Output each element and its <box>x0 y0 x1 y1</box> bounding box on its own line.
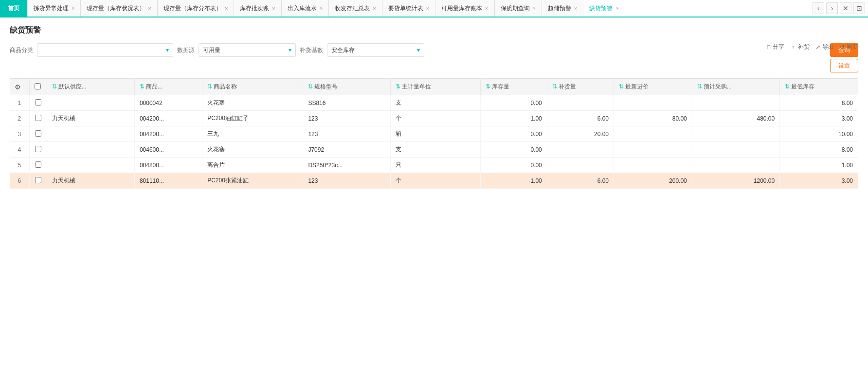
refresh-button[interactable]: ↺ 刷新 <box>840 43 858 51</box>
row-checkbox[interactable] <box>35 161 41 168</box>
category-label: 商品分类 <box>10 46 33 54</box>
row-index: 3 <box>10 126 29 142</box>
refresh-label: 刷新 <box>847 43 858 51</box>
tab-close-icon[interactable]: × <box>225 5 228 11</box>
row-latest-price <box>614 158 692 173</box>
col-min-stock-header[interactable]: ⇅最低库存 <box>780 79 858 95</box>
row-checkbox[interactable] <box>35 99 41 106</box>
tab-close-icon[interactable]: × <box>272 5 275 11</box>
tab-batch-account[interactable]: 库存批次账× <box>234 0 281 17</box>
tab-label: 保质期查询 <box>501 4 530 13</box>
col-goods-code-header[interactable]: ⇅商品... <box>134 79 202 95</box>
tab-available-ledger[interactable]: 可用量库存账本× <box>435 0 494 17</box>
tab-expiry-query[interactable]: 保质期查询× <box>495 0 542 17</box>
tab-close-icon[interactable]: × <box>320 5 323 11</box>
tab-close-icon[interactable]: × <box>426 5 429 11</box>
export-icon: ↗ <box>815 44 820 51</box>
tab-demand-stat[interactable]: 要货单统计表× <box>382 0 435 17</box>
row-checkbox[interactable] <box>35 115 41 121</box>
tab-stock-anomaly[interactable]: 拣货异常处理× <box>28 0 81 17</box>
datasource-select[interactable]: 可用量 ▾ <box>199 43 296 57</box>
settings-button[interactable]: 设置 <box>830 59 858 72</box>
tab-close-icon[interactable]: × <box>485 5 488 11</box>
page-content: 缺货预警 ⊓ 分享 ＋ 补货 ↗ 导出 ↺ 刷新 商品分类 ▾ <box>0 18 868 387</box>
toolbar-right: ⊓ 分享 ＋ 补货 ↗ 导出 ↺ 刷新 <box>766 43 858 51</box>
row-checkbox[interactable] <box>35 177 41 183</box>
category-select[interactable]: ▾ <box>37 43 173 57</box>
tab-close-icon[interactable]: × <box>373 5 376 11</box>
col-stock-header[interactable]: ⇅库存量 <box>480 79 547 95</box>
row-checkbox[interactable] <box>35 146 41 152</box>
tab-close-icon[interactable]: × <box>574 5 577 11</box>
row-est-purchase <box>692 126 779 142</box>
table-header-row: ⚙ ⇅默认供应... ⇅商品... ⇅商品名称 ⇅规格型号 ⇅ <box>10 79 858 95</box>
select-all-checkbox[interactable] <box>35 83 41 89</box>
tab-close-icon[interactable]: × <box>72 5 74 11</box>
tab-close-icon[interactable]: × <box>533 5 536 11</box>
row-checkbox-cell[interactable] <box>29 142 47 158</box>
col-replenish-header[interactable]: ⇅补货量 <box>547 79 614 95</box>
row-checkbox-cell[interactable] <box>29 95 47 111</box>
row-min-stock: 3.00 <box>780 111 858 126</box>
row-supplier <box>47 142 134 158</box>
row-unit: 箱 <box>391 126 480 142</box>
replenish-label: 补货基数 <box>300 46 323 54</box>
tab-overstock[interactable]: 超储预警× <box>542 0 583 17</box>
row-supplier: 力天机械 <box>47 173 134 189</box>
tab-next-button[interactable]: › <box>826 2 838 14</box>
share-icon: ⊓ <box>766 44 771 51</box>
tab-label: 要货单统计表 <box>388 4 423 13</box>
col-est-purchase-header[interactable]: ⇅预计采购... <box>692 79 779 95</box>
row-replenish-qty: 20.00 <box>547 126 614 142</box>
maximize-icon: ⊡ <box>856 4 862 12</box>
tab-prev-button[interactable]: ‹ <box>813 2 824 14</box>
replenish-select[interactable]: 安全库存 ▾ <box>327 43 424 57</box>
filter-row: 商品分类 ▾ 数据源 可用量 ▾ 补货基数 安全库存 ▾ <box>10 43 858 72</box>
tab-label: 超储预警 <box>548 4 571 13</box>
col-price-header[interactable]: ⇅最新进价 <box>614 79 692 95</box>
row-goods-name: PC200油缸缸子 <box>202 111 303 126</box>
row-checkbox-cell[interactable] <box>29 158 47 173</box>
row-goods-name: 火花塞 <box>202 142 303 158</box>
tab-home[interactable]: 首页 <box>0 0 28 17</box>
tab-in-out-flow[interactable]: 出入库流水× <box>282 0 329 17</box>
col-spec-header[interactable]: ⇅规格型号 <box>303 79 391 95</box>
row-goods-code: 004200... <box>134 126 202 142</box>
row-min-stock: 8.00 <box>780 95 858 111</box>
sort-icon: ⇅ <box>486 83 490 90</box>
col-supplier-header[interactable]: ⇅默认供应... <box>47 79 134 95</box>
tab-close-all-button[interactable]: ✕ <box>840 2 851 14</box>
row-checkbox[interactable] <box>35 130 41 137</box>
row-checkbox-cell[interactable] <box>29 111 47 126</box>
row-index: 1 <box>10 95 29 111</box>
row-checkbox-cell[interactable] <box>29 173 47 189</box>
export-button[interactable]: ↗ 导出 <box>815 43 834 51</box>
col-goods-name-header[interactable]: ⇅商品名称 <box>202 79 303 95</box>
tab-shortage[interactable]: 缺货预警× <box>583 0 625 17</box>
restock-button[interactable]: ＋ 补货 <box>790 43 810 51</box>
row-replenish-qty <box>547 95 614 111</box>
col-settings[interactable]: ⚙ <box>10 79 29 95</box>
close-all-icon: ✕ <box>843 4 849 12</box>
row-replenish-qty: 6.00 <box>547 173 614 189</box>
row-index: 4 <box>10 142 29 158</box>
tab-recv-summary[interactable]: 收发存汇总表× <box>329 0 382 17</box>
tab-maximize-button[interactable]: ⊡ <box>853 2 865 14</box>
row-goods-name: PC200张紧油缸 <box>202 173 303 189</box>
table-row: 5 004800... 离合片 DS250*23c... 只 0.00 1.00 <box>10 158 858 173</box>
tab-inventory-dist[interactable]: 现存量（库存分布表）× <box>158 0 234 17</box>
share-button[interactable]: ⊓ 分享 <box>766 43 784 51</box>
tab-close-icon[interactable]: × <box>615 5 618 11</box>
tab-label: 现存量（库存状况表） <box>87 4 145 13</box>
tab-inventory-status[interactable]: 现存量（库存状况表）× <box>81 0 157 17</box>
tab-close-icon[interactable]: × <box>148 5 151 11</box>
row-latest-price: 80.00 <box>614 111 692 126</box>
row-spec: DS250*23c... <box>303 158 391 173</box>
col-checkbox-header[interactable] <box>29 79 47 95</box>
row-unit: 只 <box>391 158 480 173</box>
row-latest-price <box>614 95 692 111</box>
row-checkbox-cell[interactable] <box>29 126 47 142</box>
row-goods-code: 004600... <box>134 142 202 158</box>
sort-icon: ⇅ <box>140 83 145 90</box>
col-unit-header[interactable]: ⇅主计量单位 <box>391 79 480 95</box>
